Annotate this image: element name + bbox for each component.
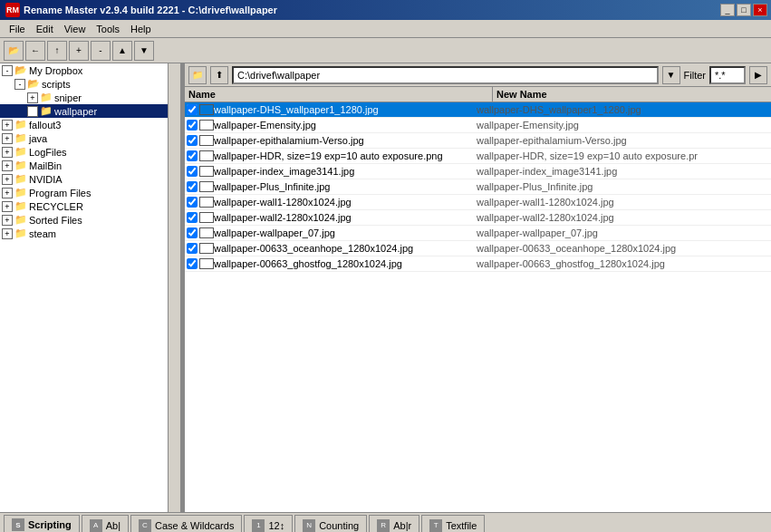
tree-expand-icon[interactable]: + [2, 215, 13, 226]
toolbar-remove-button[interactable]: - [91, 41, 111, 61]
file-check-input[interactable] [187, 197, 198, 208]
file-check-input[interactable] [187, 258, 198, 269]
tab-counting-icon-tab[interactable]: 1 12↕ [244, 515, 293, 532]
tree-expand-icon[interactable]: + [27, 92, 38, 103]
file-row[interactable]: wallpaper-HDR, size=19 exp=10 auto expos… [185, 149, 771, 164]
tree-expand-icon[interactable]: + [2, 120, 13, 131]
file-checkbox[interactable] [185, 164, 199, 179]
addr-up-button[interactable]: ⬆ [210, 66, 228, 84]
tree-item-my-dropbox[interactable]: -📂My Dropbox [0, 63, 180, 77]
addr-folder-button[interactable]: 📁 [188, 66, 207, 84]
file-check-input[interactable] [187, 135, 198, 146]
tree-expand-icon[interactable]: + [2, 174, 13, 185]
file-checkbox[interactable] [185, 118, 199, 132]
filter-apply-button[interactable]: ▶ [749, 66, 767, 84]
toolbar-move-down-button[interactable]: ▼ [134, 41, 154, 61]
file-thumbnail [199, 197, 214, 208]
title-bar-buttons[interactable]: _ □ × [720, 4, 767, 16]
file-check-input[interactable] [187, 227, 198, 238]
tree-item-recycler[interactable]: +📁RECYCLER [0, 199, 180, 213]
tab-scripting[interactable]: S Scripting [4, 515, 80, 532]
menu-tools[interactable]: Tools [91, 22, 125, 36]
file-checkbox[interactable] [185, 256, 199, 271]
menu-edit[interactable]: Edit [31, 22, 59, 36]
right-panel: 📁 ⬆ ▼ Filter ▶ Name New Name wallpaper-D… [185, 63, 771, 512]
file-row[interactable]: wallpaper-wall2-1280x1024.jpgwallpaper-w… [185, 210, 771, 226]
file-row[interactable]: wallpaper-00633_oceanhope_1280x1024.jpgw… [185, 241, 771, 256]
tab-abr[interactable]: R Ab|r [369, 515, 419, 532]
file-checkbox[interactable] [185, 210, 199, 225]
tree-item-steam[interactable]: +📁steam [0, 227, 180, 240]
file-check-input[interactable] [187, 243, 198, 254]
toolbar-add-button[interactable]: + [69, 41, 89, 61]
file-check-input[interactable] [187, 150, 198, 161]
tree-expand-icon[interactable]: - [14, 79, 25, 90]
toolbar-up-button[interactable]: ↑ [47, 41, 67, 61]
file-check-input[interactable] [187, 104, 198, 115]
file-thumbnail [199, 212, 214, 223]
toolbar-move-up-button[interactable]: ▲ [112, 41, 132, 61]
filter-input[interactable] [709, 66, 746, 84]
file-check-input[interactable] [187, 181, 198, 192]
file-check-input[interactable] [187, 212, 198, 223]
tree-item-logfiles[interactable]: +📁LogFiles [0, 145, 180, 159]
tree-item-scripts[interactable]: -📂scripts [0, 77, 180, 91]
file-checkbox[interactable] [185, 195, 199, 209]
tab-ab1[interactable]: A Ab| [82, 515, 129, 532]
file-row[interactable]: wallpaper-DHS_wallpaper1_1280.jpgwallpap… [185, 102, 771, 118]
tree-item-mailbin[interactable]: +📁MailBin [0, 159, 180, 172]
tab-case-wildcards[interactable]: C Case & Wildcards [130, 515, 242, 532]
tree-item-nvidia[interactable]: +📁NVIDIA [0, 172, 180, 186]
folder-icon: 📁 [14, 214, 27, 226]
tree-item-sniper[interactable]: +📁sniper [0, 91, 180, 104]
file-checkbox[interactable] [185, 179, 199, 194]
menu-help[interactable]: Help [125, 22, 157, 36]
file-row[interactable]: wallpaper-Plus_Infinite.jpgwallpaper-Plu… [185, 179, 771, 195]
file-checkbox[interactable] [185, 133, 199, 148]
file-row[interactable]: wallpaper-Emensity.jpgwallpaper-Emensity… [185, 118, 771, 133]
file-checkbox[interactable] [185, 149, 199, 163]
tab-counting-label: Counting [319, 520, 359, 531]
file-row[interactable]: wallpaper-epithalamium-Verso.jpgwallpape… [185, 133, 771, 149]
tree-item-sorted-files[interactable]: +📁Sorted Files [0, 213, 180, 227]
file-checkbox[interactable] [185, 102, 199, 117]
maximize-button[interactable]: □ [737, 4, 751, 16]
tree-expand-icon[interactable]: + [2, 133, 13, 144]
close-button[interactable]: × [753, 4, 767, 16]
tab-textfile[interactable]: T Textfile [421, 515, 485, 532]
file-row[interactable]: wallpaper-index_image3141.jpgwallpaper-i… [185, 164, 771, 179]
tree-expand-icon[interactable]: + [27, 106, 38, 117]
tree-expand-icon[interactable]: + [2, 188, 13, 198]
file-name: wallpaper-00633_oceanhope_1280x1024.jpg [214, 243, 477, 254]
file-thumbnail [199, 135, 214, 146]
tree-scrollbar[interactable] [168, 63, 180, 512]
menu-view[interactable]: View [59, 22, 92, 36]
tab-counting[interactable]: N Counting [294, 515, 367, 532]
address-input[interactable] [232, 66, 659, 84]
tree-expand-icon[interactable]: - [2, 65, 13, 76]
tree-item-wallpaper[interactable]: +📁wallpaper [0, 104, 180, 118]
file-checkbox[interactable] [185, 226, 199, 240]
title-bar: RM Rename Master v2.9.4 build 2221 - C:\… [0, 0, 771, 20]
file-row[interactable]: wallpaper-wallpaper_07.jpgwallpaper-wall… [185, 226, 771, 241]
folder-icon: 📁 [14, 160, 27, 171]
menu-file[interactable]: File [4, 22, 31, 36]
tree-item-program-files[interactable]: +📁Program Files [0, 186, 180, 199]
toolbar-open-button[interactable]: 📂 [4, 41, 24, 61]
folder-icon: 📁 [14, 132, 27, 144]
textfile-icon: T [429, 519, 442, 532]
tree-expand-icon[interactable]: + [2, 228, 13, 239]
file-checkbox[interactable] [185, 241, 199, 256]
addr-dropdown-button[interactable]: ▼ [662, 66, 680, 84]
tree-item-java[interactable]: +📁java [0, 131, 180, 145]
file-check-input[interactable] [187, 120, 198, 131]
toolbar-back-button[interactable]: ← [25, 41, 45, 61]
file-row[interactable]: wallpaper-00663_ghostfog_1280x1024.jpgwa… [185, 256, 771, 272]
file-row[interactable]: wallpaper-wall1-1280x1024.jpgwallpaper-w… [185, 195, 771, 210]
tree-expand-icon[interactable]: + [2, 201, 13, 212]
minimize-button[interactable]: _ [720, 4, 735, 16]
file-check-input[interactable] [187, 166, 198, 177]
tree-expand-icon[interactable]: + [2, 147, 13, 158]
tree-expand-icon[interactable]: + [2, 160, 13, 171]
tree-item-fallout3[interactable]: +📁fallout3 [0, 118, 180, 131]
